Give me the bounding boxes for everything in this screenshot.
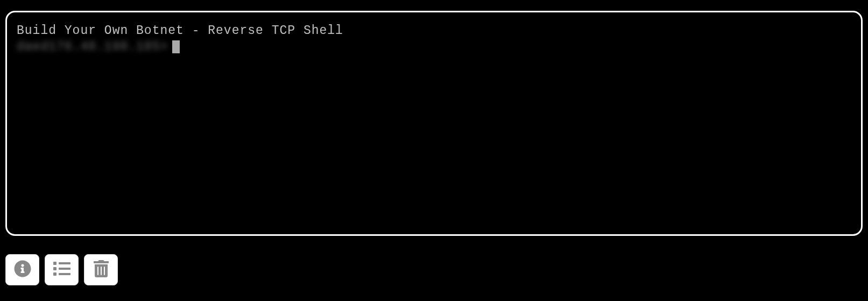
cursor-icon [172, 40, 180, 53]
info-icon [14, 260, 31, 279]
trash-button[interactable] [84, 254, 118, 285]
terminal-prompt: daed176.48.198.185> [17, 38, 168, 55]
terminal-title: Build Your Own Botnet - Reverse TCP Shel… [17, 22, 851, 39]
list-button[interactable] [45, 254, 79, 285]
terminal-window[interactable]: Build Your Own Botnet - Reverse TCP Shel… [5, 11, 863, 236]
terminal-prompt-line[interactable]: daed176.48.198.185> [17, 39, 851, 54]
action-button-row [5, 254, 118, 285]
trash-icon [93, 260, 110, 279]
list-icon [53, 260, 70, 279]
info-button[interactable] [5, 254, 39, 285]
